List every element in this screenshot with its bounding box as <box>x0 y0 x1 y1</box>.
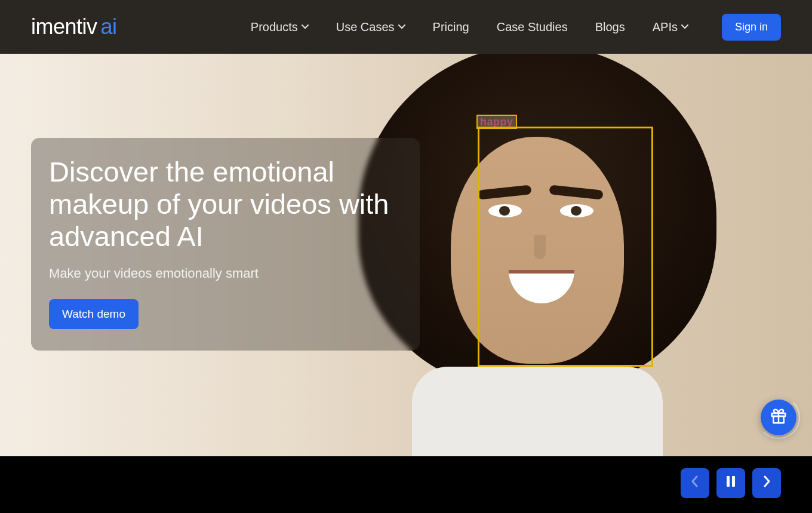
hero-title: Discover the emotional makeup of your vi… <box>49 156 402 253</box>
nav-pricing-label: Pricing <box>433 20 469 34</box>
chevron-down-icon <box>398 24 405 29</box>
nav-pricing[interactable]: Pricing <box>433 20 469 34</box>
gift-icon <box>770 407 788 428</box>
nav-use-cases[interactable]: Use Cases <box>336 20 405 34</box>
chevron-down-icon <box>302 24 309 29</box>
brand-suffix: ai <box>101 14 117 39</box>
nav-blogs[interactable]: Blogs <box>595 20 625 34</box>
carousel-prev-button[interactable] <box>681 468 709 498</box>
nav-apis[interactable]: APIs <box>653 20 688 34</box>
face-detection-box <box>478 127 653 367</box>
carousel-controls <box>681 468 781 498</box>
carousel-pause-button[interactable] <box>716 468 745 498</box>
nav-blogs-label: Blogs <box>595 20 625 34</box>
carousel-next-button[interactable] <box>752 468 781 498</box>
svg-rect-1 <box>732 476 735 487</box>
hero-card: Discover the emotional makeup of your vi… <box>31 138 420 351</box>
nav-case-studies-label: Case Studies <box>497 20 568 34</box>
brand-name: imentiv <box>31 14 97 39</box>
nav-products[interactable]: Products <box>251 20 309 34</box>
hero-section: happy Discover the emotional makeup of y… <box>0 54 812 456</box>
nav-products-label: Products <box>251 20 298 34</box>
main-header: imentiv ai Products Use Cases Pricing Ca… <box>0 0 812 54</box>
carousel-bar <box>0 456 812 513</box>
hero-subtitle: Make your videos emotionally smart <box>49 266 402 281</box>
nav-apis-label: APIs <box>653 20 678 34</box>
nav-use-cases-label: Use Cases <box>336 20 395 34</box>
pause-icon <box>726 475 736 491</box>
chevron-left-icon <box>691 475 699 491</box>
svg-rect-0 <box>727 476 730 487</box>
brand-logo[interactable]: imentiv ai <box>31 14 117 39</box>
signin-button[interactable]: Sign in <box>722 14 781 41</box>
primary-nav: Products Use Cases Pricing Case Studies … <box>251 14 781 41</box>
nav-case-studies[interactable]: Case Studies <box>497 20 568 34</box>
chevron-down-icon <box>681 24 688 29</box>
chevron-right-icon <box>762 475 771 491</box>
gift-fab-button[interactable] <box>761 400 796 435</box>
watch-demo-button[interactable]: Watch demo <box>49 299 139 329</box>
